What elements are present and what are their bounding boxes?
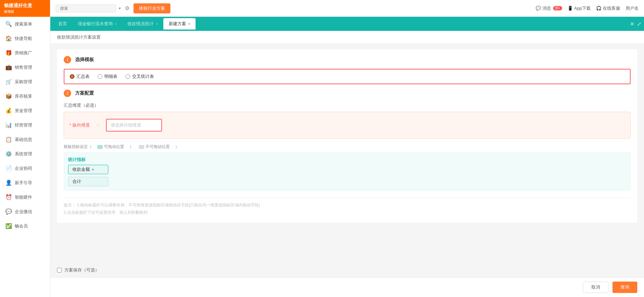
content-body: 1 选择模板 汇总表 明细表 交叉统计表 (50, 44, 644, 263)
vertical-dim-label: * 纵向维度 (69, 122, 90, 128)
sidebar-item-label: 销售管理 (15, 64, 32, 70)
tab-receipt-stats-close[interactable]: × (156, 22, 158, 26)
sidebar-item-enterprise-coop[interactable]: 📄 企业协同 (0, 161, 50, 176)
basic-info-icon: 📋 (5, 136, 12, 143)
sidebar-item-label: 采购管理 (15, 79, 32, 85)
topbar-right: 💬 消息 99+ 📱 App下载 🎧 在线客服 用户名 (536, 5, 639, 11)
tabbar: 首页 现金银行流水查询 × 收款情况统计 × 新建方案 × ✕ ⤢ (50, 17, 644, 31)
metric-subtag-label: 合计 (72, 179, 81, 185)
download-icon: 📱 (568, 6, 573, 11)
member-icon: ✅ (5, 223, 12, 229)
page-title: 收款情况统计方案设置 (57, 35, 101, 40)
dimension-placeholder: 请选择分组维度 (111, 122, 141, 128)
tab-maximize-icon[interactable]: ⤢ (637, 21, 641, 27)
message-badge: 99+ (553, 6, 562, 10)
draggable-legend-box (97, 145, 103, 149)
dimension-section-title: 汇总维度（必选） (64, 102, 631, 108)
non-draggable-close: ） (175, 144, 179, 150)
sidebar-item-beginner-guide[interactable]: 👤 新手引导 (0, 176, 50, 190)
tab-receipt-stats[interactable]: 收款情况统计 × (122, 18, 163, 30)
sidebar-item-label: 企业微信 (15, 209, 32, 215)
radio-summary-input[interactable] (70, 74, 74, 79)
service-btn[interactable]: 🎧 在线客服 (596, 5, 620, 11)
sidebar-item-system[interactable]: ⚙️ 系统管理 (0, 147, 50, 161)
smart-hardware-icon: ⏰ (5, 194, 12, 200)
tab-new-plan-close[interactable]: × (188, 22, 190, 26)
bottom-bar: 取消 查询 (50, 277, 644, 297)
download-label: App下载 (574, 5, 591, 11)
message-btn[interactable]: 💬 消息 99+ (536, 5, 562, 11)
radio-summary[interactable]: 汇总表 (70, 73, 90, 80)
template-selection: 汇总表 明细表 交叉统计表 (64, 69, 631, 84)
tab-bank-flow[interactable]: 现金银行流水查询 × (72, 18, 122, 30)
beginner-guide-icon: 👤 (5, 180, 12, 186)
legend-row: 模板指标设定（ 可拖动位置 ） 不可拖动位置 ） (64, 144, 631, 150)
tab-home-label: 首页 (58, 21, 67, 27)
non-draggable-legend: 不可拖动位置 (139, 144, 170, 150)
sidebar-item-label: 资金管理 (15, 108, 32, 114)
user-menu[interactable]: 用户名 (626, 5, 639, 11)
search-menu-icon: 🔍 (5, 21, 12, 27)
industry-btn[interactable]: 体验行业方案 (133, 3, 170, 13)
sidebar-item-label: 快捷导航 (15, 36, 32, 42)
radio-cross[interactable]: 交叉统计表 (125, 73, 154, 80)
sidebar-logo: 畅捷通好生意 标准版 (0, 0, 50, 17)
metric-dropdown-icon: ▾ (92, 167, 94, 172)
quick-nav-icon: 🏠 (5, 35, 12, 42)
service-icon: 🎧 (596, 6, 601, 11)
download-btn[interactable]: 📱 App下载 (568, 5, 591, 11)
sidebar-item-sales[interactable]: 💼 销售管理 (0, 60, 50, 75)
sidebar-item-finance[interactable]: 💰 资金管理 (0, 103, 50, 118)
tab-new-plan-label: 新建方案 (169, 21, 186, 27)
query-button[interactable]: 查询 (612, 282, 637, 293)
enterprise-wechat-icon: 💬 (5, 208, 12, 215)
sidebar-item-marketing[interactable]: 🎁 营销推广 (0, 46, 50, 60)
tab-bank-flow-close[interactable]: × (115, 22, 117, 26)
sidebar-item-label: 企业协同 (15, 165, 32, 171)
dimension-selector[interactable]: 请选择分组维度 (106, 119, 162, 132)
tab-new-plan[interactable]: 新建方案 × (163, 18, 196, 30)
system-icon: ⚙️ (5, 151, 12, 157)
tab-bank-flow-label: 现金银行流水查询 (78, 21, 113, 27)
sidebar-item-label: 系统管理 (15, 151, 32, 157)
topbar-dropdown-icon[interactable]: ▾ (119, 6, 121, 11)
sidebar-item-member[interactable]: ✅ 畅会员 (0, 219, 50, 233)
save-plan-checkbox[interactable] (57, 268, 62, 273)
cancel-button[interactable]: 取消 (583, 282, 608, 293)
sidebar-item-inventory[interactable]: 📦 库存核算 (0, 89, 50, 103)
sidebar-item-label: 经营管理 (15, 122, 32, 128)
search-input[interactable] (56, 4, 116, 12)
sidebar-item-label: 新手引导 (15, 180, 32, 186)
config-section: 汇总维度（必选） * 纵向维度 → 请选择分组维度 模板指标设定（ (64, 102, 631, 216)
sidebar-item-basic-info[interactable]: 📋 基础信息 (0, 132, 50, 147)
tab-close-all-icon[interactable]: ✕ (630, 21, 634, 27)
step2-row: 2 方案配置 (64, 90, 631, 97)
sidebar-item-label: 畅会员 (15, 223, 28, 229)
metric-tag-revenue-label: 收款金额 (72, 166, 90, 172)
purchase-icon: 🛒 (5, 79, 12, 85)
topbar: ▾ ⚙ 体验行业方案 💬 消息 99+ 📱 App下载 🎧 在线客服 用户名 (50, 0, 644, 17)
radio-detail[interactable]: 明细表 (98, 73, 117, 80)
sidebar-item-label: 营销推广 (15, 50, 32, 56)
step1-title: 选择模板 (75, 57, 94, 63)
sidebar-item-enterprise-wechat[interactable]: 💬 企业微信 (0, 204, 50, 219)
sidebar: 畅捷通好生意 标准版 🔍 搜索菜单 🏠 快捷导航 🎁 营销推广 💼 销售管理 🛒… (0, 0, 50, 297)
settings-icon[interactable]: ⚙ (125, 5, 129, 11)
finance-icon: 💰 (5, 107, 12, 114)
radio-cross-input[interactable] (125, 74, 130, 79)
content-area: 收款情况统计方案设置 1 选择模板 汇总表 明细表 (50, 31, 644, 297)
tab-home[interactable]: 首页 (53, 18, 72, 30)
tabbar-actions: ✕ ⤢ (630, 21, 641, 27)
service-label: 在线客服 (603, 5, 620, 11)
sidebar-item-label: 库存核算 (15, 93, 32, 99)
sidebar-item-smart-hardware[interactable]: ⏰ 智能硬件 (0, 190, 50, 204)
metric-tag-revenue[interactable]: 收款金额 ▾ (68, 165, 108, 174)
metrics-hint-label: 模板指标设定（ (64, 144, 92, 150)
sidebar-item-operations[interactable]: 📊 经营管理 (0, 118, 50, 132)
sidebar-item-quick-nav[interactable]: 🏠 快捷导航 (0, 31, 50, 46)
draggable-legend: 可拖动位置 (97, 144, 124, 150)
radio-detail-input[interactable] (98, 74, 102, 79)
sidebar-item-purchase[interactable]: 🛒 采购管理 (0, 75, 50, 89)
sidebar-item-search-menu[interactable]: 🔍 搜索菜单 (0, 17, 50, 31)
sales-icon: 💼 (5, 64, 12, 70)
